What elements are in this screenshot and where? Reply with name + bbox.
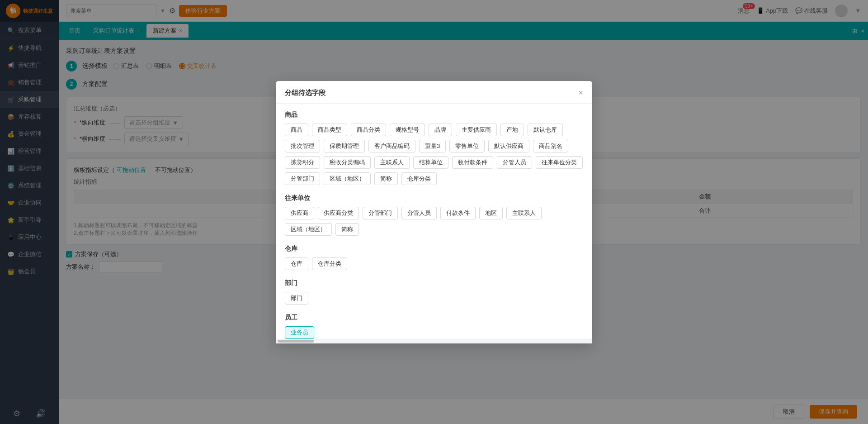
product-tags: 商品 商品类型 商品分类 规格型号 品牌 主要供应商 产地 默认仓库 批次管理 … (285, 124, 583, 185)
department-tags: 部门 (285, 292, 583, 305)
modal-close-button[interactable]: × (578, 88, 583, 98)
field-tag[interactable]: 付款条件 (440, 207, 476, 219)
warehouse-tags: 仓库 仓库分类 (285, 257, 583, 270)
section-warehouse: 仓库 仓库 仓库分类 (285, 245, 583, 270)
section-employee-title: 员工 (285, 314, 583, 322)
field-tag[interactable]: 仓库分类 (401, 172, 437, 185)
modal-title: 分组待选字段 (285, 89, 326, 97)
field-tag[interactable]: 仓库分类 (312, 257, 347, 270)
section-counterparty: 往来单位 供应商 供应商分类 分管部门 分管人员 付款条件 地区 主联系人 区域… (285, 194, 583, 236)
section-product-title: 商品 (285, 111, 583, 119)
field-tag[interactable]: 收付款条件 (452, 156, 493, 169)
field-tag[interactable]: 分管人员 (401, 207, 437, 219)
field-tag[interactable]: 产地 (500, 124, 524, 136)
field-tag[interactable]: 默认供应商 (488, 140, 529, 152)
field-tag[interactable]: 结算单位 (413, 156, 448, 169)
field-tag[interactable]: 简称 (374, 172, 398, 185)
field-tag[interactable]: 供应商分类 (318, 207, 359, 219)
field-tag[interactable]: 商品 (285, 124, 308, 136)
field-tag[interactable]: 分管人员 (497, 156, 532, 169)
counterparty-tags: 供应商 供应商分类 分管部门 分管人员 付款条件 地区 主联系人 区域（地区） … (285, 207, 583, 236)
field-tag[interactable]: 商品类型 (312, 124, 347, 136)
field-tag[interactable]: 商品分类 (351, 124, 386, 136)
field-tag[interactable]: 分管部门 (363, 207, 398, 219)
modal-header: 分组待选字段 × (276, 81, 592, 104)
field-tag[interactable]: 主联系人 (374, 156, 410, 169)
field-tag[interactable]: 往来单位分类 (536, 156, 583, 169)
field-tag[interactable]: 主要供应商 (456, 124, 497, 136)
modal-hscrollbar[interactable] (276, 339, 592, 343)
field-tag[interactable]: 商品别名 (533, 140, 568, 152)
scroll-thumb (278, 340, 314, 343)
field-tag[interactable]: 地区 (479, 207, 503, 219)
modal-body: 商品 商品 商品类型 商品分类 规格型号 品牌 主要供应商 产地 默认仓库 批次… (276, 104, 592, 339)
section-employee: 员工 业务员 (285, 314, 583, 339)
field-tag[interactable]: 重量3 (419, 140, 446, 152)
field-tag[interactable]: 主联系人 (506, 207, 542, 219)
field-tag[interactable]: 零售单位 (449, 140, 485, 152)
section-product: 商品 商品 商品类型 商品分类 规格型号 品牌 主要供应商 产地 默认仓库 批次… (285, 111, 583, 185)
field-tag-selected[interactable]: 业务员 (285, 326, 314, 339)
field-tag[interactable]: 简称 (335, 223, 359, 236)
section-department-title: 部门 (285, 279, 583, 287)
section-counterparty-title: 往来单位 (285, 194, 583, 202)
field-tag[interactable]: 税收分类编码 (324, 156, 371, 169)
field-tag[interactable]: 默认仓库 (528, 124, 563, 136)
field-tag[interactable]: 分管部门 (285, 172, 320, 185)
field-tag[interactable]: 品牌 (429, 124, 452, 136)
employee-tags: 业务员 (285, 326, 583, 339)
modal-dialog: 分组待选字段 × 商品 商品 商品类型 商品分类 规格型号 品牌 主要供应商 产… (276, 81, 592, 343)
field-tag[interactable]: 批次管理 (285, 140, 320, 152)
field-tag[interactable]: 部门 (285, 292, 308, 305)
section-warehouse-title: 仓库 (285, 245, 583, 253)
field-tag[interactable]: 规格型号 (390, 124, 425, 136)
field-tag[interactable]: 客户商品编码 (368, 140, 415, 152)
field-tag[interactable]: 供应商 (285, 207, 314, 219)
field-tag[interactable]: 仓库 (285, 257, 308, 270)
section-department: 部门 部门 (285, 279, 583, 305)
field-tag[interactable]: 区域（地区） (324, 172, 371, 185)
field-tag[interactable]: 拣货积分 (285, 156, 320, 169)
field-tag[interactable]: 区域（地区） (285, 223, 332, 236)
field-tag[interactable]: 保质期管理 (324, 140, 365, 152)
